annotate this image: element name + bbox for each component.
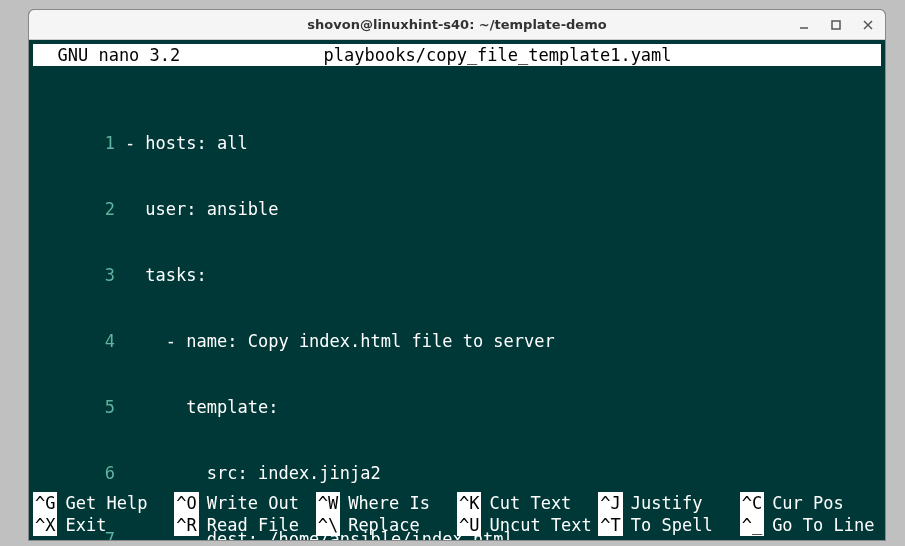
line-number: 2 [33, 198, 115, 220]
shortcut-key: ^W [316, 492, 340, 514]
shortcut-write-out[interactable]: ^OWrite Out [174, 492, 315, 514]
shortcut-cut-text[interactable]: ^KCut Text [457, 492, 598, 514]
shortcut-key: ^\ [316, 514, 340, 536]
header-pad [180, 45, 323, 65]
shortcut-justify[interactable]: ^JJustify [598, 492, 739, 514]
shortcut-label: Cur Pos [764, 492, 844, 514]
nano-header: GNU nano 3.2 playbooks/copy_file_templat… [33, 44, 881, 66]
shortcut-label: To Spell [623, 514, 713, 536]
code-line: src: index.jinja2 [125, 462, 555, 484]
shortcut-key: ^K [457, 492, 481, 514]
shortcut-get-help[interactable]: ^GGet Help [33, 492, 174, 514]
shortcut-label: Uncut Text [481, 514, 591, 536]
nano-filename: playbooks/copy_file_template1.yaml [324, 45, 672, 65]
shortcut-read-file[interactable]: ^RRead File [174, 514, 315, 536]
terminal-area[interactable]: GNU nano 3.2 playbooks/copy_file_templat… [29, 40, 885, 540]
shortcut-key: ^C [740, 492, 764, 514]
shortcut-key: ^_ [740, 514, 764, 536]
shortcut-label: Justify [623, 492, 703, 514]
shortcut-to-spell[interactable]: ^TTo Spell [598, 514, 739, 536]
code-line: - hosts: all [125, 132, 555, 154]
shortcut-replace[interactable]: ^\Replace [316, 514, 457, 536]
shortcut-uncut-text[interactable]: ^UUncut Text [457, 514, 598, 536]
shortcut-label: Write Out [199, 492, 299, 514]
shortcut-key: ^U [457, 514, 481, 536]
code-line: user: ansible [125, 198, 555, 220]
nano-version: GNU nano 3.2 [37, 45, 180, 65]
line-numbers: 1 2 3 4 5 6 7 8 9 10 11 12 [33, 88, 119, 541]
code-line: - name: Copy index.html file to server [125, 330, 555, 352]
shortcut-label: Where Is [340, 492, 430, 514]
line-number: 1 [33, 132, 115, 154]
svg-rect-1 [832, 21, 840, 29]
shortcut-bar: ^GGet Help ^OWrite Out ^WWhere Is ^KCut … [33, 492, 881, 536]
line-number: 5 [33, 396, 115, 418]
shortcut-cur-pos[interactable]: ^CCur Pos [740, 492, 881, 514]
code-line: tasks: [125, 264, 555, 286]
shortcut-key: ^G [33, 492, 57, 514]
window-title: shovon@linuxhint-s40: ~/template-demo [307, 17, 606, 32]
line-number: 6 [33, 462, 115, 484]
shortcut-label: Get Help [57, 492, 147, 514]
titlebar: shovon@linuxhint-s40: ~/template-demo [29, 10, 885, 40]
terminal-window: shovon@linuxhint-s40: ~/template-demo GN… [28, 9, 886, 541]
shortcut-label: Exit [57, 514, 106, 536]
shortcut-row-1: ^GGet Help ^OWrite Out ^WWhere Is ^KCut … [33, 492, 881, 514]
shortcut-label: Cut Text [481, 492, 571, 514]
shortcut-go-to-line[interactable]: ^_Go To Line [740, 514, 881, 536]
shortcut-label: Replace [340, 514, 420, 536]
editor-body: 1 2 3 4 5 6 7 8 9 10 11 12 - hosts: all … [33, 88, 881, 541]
shortcut-key: ^J [598, 492, 622, 514]
shortcut-where-is[interactable]: ^WWhere Is [316, 492, 457, 514]
shortcut-key: ^T [598, 514, 622, 536]
close-button[interactable] [857, 14, 879, 36]
file-content[interactable]: - hosts: all user: ansible tasks: - name… [119, 88, 555, 541]
shortcut-key: ^O [174, 492, 198, 514]
window-controls [793, 14, 879, 36]
shortcut-key: ^X [33, 514, 57, 536]
shortcut-key: ^R [174, 514, 198, 536]
maximize-button[interactable] [825, 14, 847, 36]
line-number: 3 [33, 264, 115, 286]
shortcut-label: Read File [199, 514, 299, 536]
code-line: template: [125, 396, 555, 418]
minimize-button[interactable] [793, 14, 815, 36]
shortcut-row-2: ^XExit ^RRead File ^\Replace ^UUncut Tex… [33, 514, 881, 536]
line-number: 4 [33, 330, 115, 352]
shortcut-label: Go To Line [764, 514, 874, 536]
shortcut-exit[interactable]: ^XExit [33, 514, 174, 536]
